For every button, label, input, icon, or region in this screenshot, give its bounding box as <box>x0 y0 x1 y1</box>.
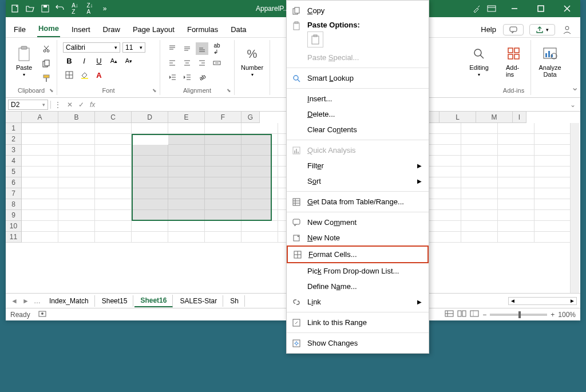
cell[interactable] <box>498 232 534 243</box>
cell[interactable] <box>461 123 498 134</box>
cell[interactable] <box>58 145 95 156</box>
col-header[interactable]: D <box>132 112 168 123</box>
tab-home[interactable]: Home <box>37 21 60 37</box>
cell[interactable] <box>534 199 571 210</box>
cell[interactable] <box>168 210 205 221</box>
bold-icon[interactable]: B <box>63 54 76 67</box>
analyze-data-button[interactable]: Analyze Data <box>537 42 563 80</box>
cell[interactable] <box>132 156 168 167</box>
cell[interactable] <box>241 134 278 145</box>
new-file-icon[interactable] <box>10 3 21 14</box>
horizontal-scrollbar[interactable]: ◄► <box>508 297 577 305</box>
cell[interactable] <box>498 221 534 232</box>
cell[interactable] <box>22 199 58 210</box>
close-button[interactable] <box>554 0 580 17</box>
format-painter-icon[interactable] <box>40 72 53 85</box>
cell[interactable] <box>461 156 498 167</box>
cell[interactable] <box>241 210 278 221</box>
cell[interactable] <box>498 177 534 188</box>
cell[interactable] <box>241 232 278 243</box>
cell[interactable] <box>534 134 571 145</box>
cell[interactable] <box>534 123 571 134</box>
vertical-scrollbar[interactable] <box>570 123 579 293</box>
comments-button[interactable] <box>503 24 524 35</box>
view-normal-icon[interactable] <box>445 310 454 319</box>
cell[interactable] <box>168 177 205 188</box>
cell[interactable] <box>461 210 498 221</box>
cell[interactable] <box>132 134 168 145</box>
cell[interactable] <box>58 123 95 134</box>
cm-define-name[interactable]: Define Name... <box>287 279 429 294</box>
cell[interactable] <box>58 156 95 167</box>
cell[interactable] <box>132 210 168 221</box>
cell[interactable] <box>168 123 205 134</box>
addins-button[interactable]: Add-ins <box>502 42 525 80</box>
expand-formula-icon[interactable]: ⌄ <box>565 101 580 109</box>
row-header[interactable]: 2 <box>6 134 22 145</box>
align-left-icon[interactable] <box>166 57 179 69</box>
row-header[interactable]: 10 <box>6 221 22 232</box>
cell[interactable] <box>132 221 168 232</box>
cm-smart-lookup[interactable]: Smart Lookup <box>287 70 429 86</box>
cell[interactable] <box>205 199 241 210</box>
align-center-icon[interactable] <box>181 57 193 69</box>
row-header[interactable]: 11 <box>6 232 22 243</box>
col-header[interactable]: A <box>22 112 58 123</box>
col-header[interactable]: I <box>513 112 526 123</box>
macro-record-icon[interactable] <box>38 310 47 319</box>
number-format-button[interactable]: % Number ▾ <box>240 42 264 80</box>
cell[interactable] <box>168 232 205 243</box>
cell[interactable] <box>205 188 241 199</box>
cell[interactable] <box>132 123 168 134</box>
cell[interactable] <box>22 210 58 221</box>
cell[interactable] <box>534 177 571 188</box>
tab-help[interactable]: Help <box>480 22 497 37</box>
increase-font-icon[interactable]: A▴ <box>108 54 120 67</box>
cell[interactable] <box>132 232 168 243</box>
col-header[interactable]: M <box>476 112 513 123</box>
tab-insert[interactable]: Insert <box>70 22 92 37</box>
row-header[interactable]: 9 <box>6 210 22 221</box>
collapse-ribbon-icon[interactable]: ⌄ <box>571 82 579 93</box>
cell[interactable] <box>498 156 534 167</box>
next-sheet-icon[interactable]: ► <box>21 297 31 305</box>
cell[interactable] <box>22 167 58 177</box>
cell[interactable] <box>168 188 205 199</box>
underline-icon[interactable]: U <box>93 54 105 67</box>
increase-indent-icon[interactable] <box>181 71 193 84</box>
open-folder-icon[interactable] <box>25 3 35 14</box>
cancel-formula-icon[interactable]: ✕ <box>67 101 73 109</box>
cell[interactable] <box>132 188 168 199</box>
cell[interactable] <box>534 156 571 167</box>
cell[interactable] <box>498 199 534 210</box>
row-header[interactable]: 3 <box>6 145 22 156</box>
menu-toggle-icon[interactable]: ⋮ <box>54 101 61 109</box>
sheet-tab[interactable]: Sheet15 <box>96 295 134 307</box>
cell[interactable] <box>241 167 278 177</box>
view-page-layout-icon[interactable] <box>457 310 466 319</box>
fill-color-icon[interactable] <box>78 69 90 81</box>
cell[interactable] <box>534 221 571 232</box>
cell[interactable] <box>498 145 534 156</box>
decrease-font-icon[interactable]: A▾ <box>122 54 135 67</box>
qat-more-icon[interactable]: » <box>100 3 110 14</box>
sort-desc-icon[interactable]: Z↓A <box>85 3 95 14</box>
cell[interactable] <box>168 221 205 232</box>
cm-new-note[interactable]: New Note <box>287 230 429 246</box>
merge-center-icon[interactable] <box>211 57 223 69</box>
cell[interactable] <box>461 167 498 177</box>
cell[interactable] <box>168 134 205 145</box>
tab-data[interactable]: Data <box>229 22 247 37</box>
cell[interactable] <box>425 156 461 167</box>
sort-asc-icon[interactable]: A↓Z <box>70 3 80 14</box>
cell[interactable] <box>534 145 571 156</box>
cell[interactable] <box>205 145 241 156</box>
cell[interactable] <box>425 123 461 134</box>
font-dialog-launcher-icon[interactable]: ⬊ <box>152 88 158 93</box>
cell[interactable] <box>498 167 534 177</box>
zoom-slider[interactable] <box>490 314 547 316</box>
cell[interactable] <box>205 232 241 243</box>
cell[interactable] <box>58 134 95 145</box>
borders-icon[interactable] <box>63 69 76 81</box>
view-page-break-icon[interactable] <box>470 310 479 319</box>
